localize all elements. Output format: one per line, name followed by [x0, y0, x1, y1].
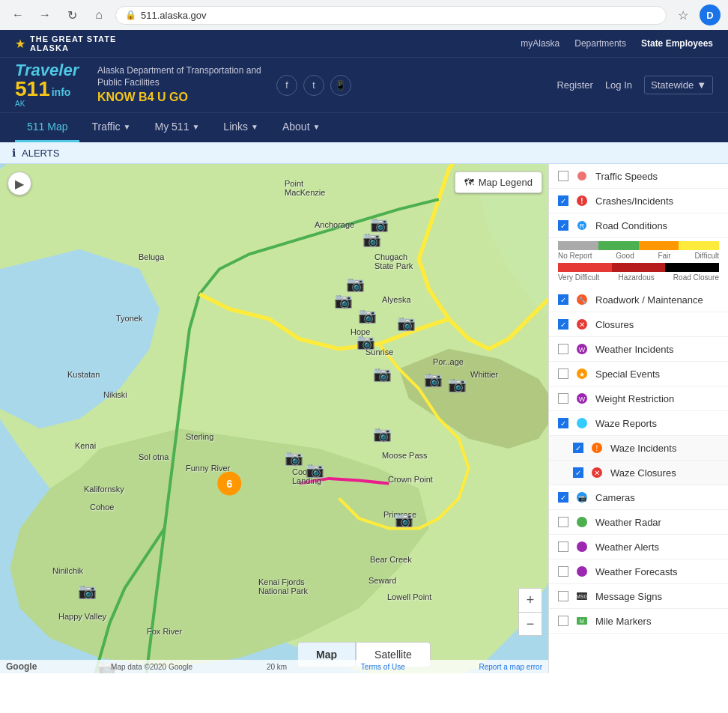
camera-marker-16[interactable]: 📷 [395, 510, 413, 528]
roadwork-checkbox[interactable] [558, 294, 568, 305]
dept-line2: Public Facilities [97, 76, 261, 89]
special-events-checkbox[interactable] [558, 368, 568, 379]
statewide-dropdown[interactable]: Statewide ▼ [644, 76, 713, 94]
waze-closures-checkbox[interactable] [573, 467, 583, 478]
camera-marker-8[interactable]: 📷 [373, 365, 392, 383]
special-events-label: Special Events [595, 368, 660, 380]
home-button[interactable]: ⌂ [88, 4, 109, 25]
message-signs-checkbox[interactable] [558, 591, 568, 601]
departments-link[interactable]: Departments [574, 38, 626, 49]
nav-511map[interactable]: 511 Map [15, 113, 79, 142]
waze-reports-checkbox[interactable] [558, 418, 568, 428]
legend-crashes[interactable]: ! Crashes/Incidents [549, 189, 728, 213]
alaska-logo: ★ THE GREAT STATEALASKA [15, 34, 116, 52]
svg-text:📷: 📷 [578, 494, 587, 503]
refresh-button[interactable]: ↻ [61, 4, 82, 25]
camera-marker-3[interactable]: 📷 [358, 306, 377, 324]
register-link[interactable]: Register [556, 79, 592, 91]
svg-text:M: M [580, 619, 584, 624]
svg-text:✕: ✕ [579, 321, 585, 329]
camera-marker-5[interactable]: 📷 [397, 314, 416, 332]
legend-closures[interactable]: ✕ Closures [549, 312, 728, 337]
map-legend-button[interactable]: 🗺 Map Legend [455, 172, 542, 193]
alaska-logo-text: THE GREAT STATEALASKA [30, 34, 116, 52]
weather-forecasts-checkbox[interactable] [558, 566, 568, 577]
camera-marker-9[interactable]: 📷 [285, 449, 303, 467]
user-avatar[interactable]: D [700, 4, 721, 25]
nav-links[interactable]: Links ▼ [211, 113, 270, 142]
waze-reports-icon [574, 416, 589, 431]
nav-about[interactable]: About ▼ [270, 113, 333, 142]
mobile-icon[interactable]: 📱 [330, 75, 351, 96]
mile-markers-checkbox[interactable] [558, 616, 568, 626]
camera-marker-4[interactable]: 📷 [357, 333, 375, 351]
bookmark-button[interactable]: ☆ [673, 4, 694, 25]
twitter-icon[interactable]: t [303, 75, 324, 96]
camera-marker-1[interactable]: 📷 [346, 275, 365, 293]
legend-waze-closures[interactable]: ✕ Waze Closures [549, 461, 728, 485]
zoom-out-button[interactable]: − [518, 612, 542, 636]
statewide-label: Statewide [651, 79, 694, 91]
legend-weight-restriction[interactable]: W Weight Restriction [549, 386, 728, 411]
legend-waze-incidents[interactable]: ! Waze Incidents [549, 436, 728, 461]
state-employees-link[interactable]: State Employees [641, 38, 713, 49]
color-hazardous: Hazardous [618, 273, 654, 282]
weather-radar-checkbox[interactable] [558, 517, 568, 527]
map-expand-button[interactable]: ▶ [7, 172, 31, 195]
closures-checkbox[interactable] [558, 319, 568, 330]
cameras-checkbox[interactable] [558, 492, 568, 503]
map-legend-label: Map Legend [479, 177, 533, 188]
legend-traffic-speeds[interactable]: Traffic Speeds [549, 164, 728, 189]
color-fair: Fair [658, 252, 670, 260]
road-conditions-checkbox[interactable] [558, 220, 568, 231]
nav-my511[interactable]: My 511 ▼ [143, 113, 212, 142]
legend-weather-incidents[interactable]: W Weather Incidents [549, 337, 728, 362]
camera-marker-7[interactable]: 📷 [370, 215, 389, 233]
waze-incidents-checkbox[interactable] [573, 443, 583, 453]
legend-special-events[interactable]: ★ Special Events [549, 362, 728, 386]
camera-marker-2[interactable]: 📷 [334, 291, 353, 309]
map-legend-icon: 🗺 [464, 177, 474, 188]
traffic-dropdown-arrow-icon: ▼ [124, 123, 131, 131]
legend-weather-radar[interactable]: Weather Radar [549, 510, 728, 535]
login-link[interactable]: Log In [605, 79, 632, 91]
camera-marker-14[interactable]: 📷 [78, 582, 97, 600]
logo-511: 511 [15, 79, 50, 100]
address-bar[interactable]: 🔒 511.alaska.gov [115, 6, 667, 25]
camera-marker-12[interactable]: 📷 [424, 370, 443, 388]
forward-button[interactable]: → [34, 4, 55, 25]
terms-of-use-link[interactable]: Terms of Use [361, 663, 405, 671]
logo-info: info [52, 86, 71, 98]
svg-point-18 [577, 418, 587, 428]
myalaska-link[interactable]: myAlaska [521, 38, 559, 49]
traffic-speeds-icon [574, 169, 589, 183]
traffic-speeds-checkbox[interactable] [558, 171, 568, 181]
map-attribution: Google Map data ©2020 Google 20 km Terms… [0, 660, 548, 673]
legend-roadwork[interactable]: 🔧 Roadwork / Maintenance [549, 288, 728, 312]
legend-message-signs[interactable]: MSG Message Signs [549, 584, 728, 609]
camera-marker-13[interactable]: 📷 [448, 375, 467, 393]
legend-panel: Traffic Speeds ! Crashes/Incidents R Roa… [548, 164, 728, 673]
svg-text:🔧: 🔧 [578, 296, 587, 305]
camera-marker-11[interactable]: 📷 [373, 425, 392, 443]
svg-point-26 [577, 541, 587, 552]
zoom-in-button[interactable]: + [518, 588, 542, 612]
map-container[interactable]: 6 PointMacKenzie Anchorage Beluga Chugac… [0, 164, 728, 673]
weight-restriction-checkbox[interactable] [558, 393, 568, 404]
legend-cameras[interactable]: 📷 Cameras [549, 485, 728, 510]
google-logo: Google [6, 661, 37, 672]
legend-mile-markers[interactable]: M Mile Markers [549, 609, 728, 634]
nav-traffic[interactable]: Traffic ▼ [79, 113, 142, 142]
report-map-error-link[interactable]: Report a map error [479, 663, 542, 671]
weather-incidents-checkbox[interactable] [558, 344, 568, 354]
road-conditions-label: Road Conditions [595, 220, 667, 231]
legend-weather-alerts[interactable]: Weather Alerts [549, 535, 728, 559]
camera-marker-10[interactable]: 📷 [306, 461, 324, 479]
weather-alerts-checkbox[interactable] [558, 541, 568, 552]
crashes-checkbox[interactable] [558, 195, 568, 206]
legend-road-conditions[interactable]: R Road Conditions [549, 213, 728, 238]
legend-weather-forecasts[interactable]: Weather Forecasts [549, 559, 728, 584]
facebook-icon[interactable]: f [276, 75, 297, 96]
back-button[interactable]: ← [7, 4, 28, 25]
legend-waze-reports[interactable]: Waze Reports [549, 411, 728, 436]
